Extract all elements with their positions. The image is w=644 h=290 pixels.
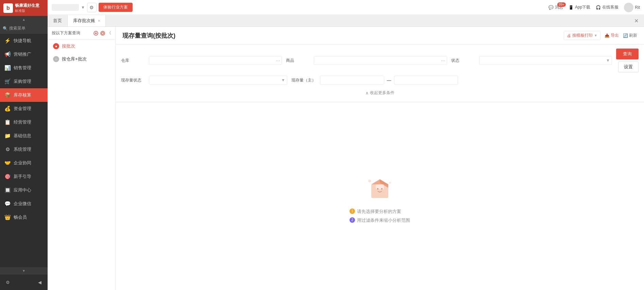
goods-filter-label: 商品	[286, 58, 310, 64]
tab-inventory-batch-label: 库存批次账	[73, 18, 95, 24]
svg-point-9	[377, 188, 378, 189]
scheme-by-warehouse-batch[interactable]: ○ 按仓库+批次	[48, 53, 115, 66]
sidebar-scroll-up[interactable]: ▲	[0, 16, 48, 23]
warehouse-input-wrap: ···	[149, 56, 282, 65]
settings-button[interactable]: 设置	[618, 61, 639, 72]
query-button[interactable]: 查询	[616, 49, 639, 59]
empty-tip-2: 2 用过滤条件来缩小分析范围	[350, 217, 410, 223]
status-select-wrap: ▼	[479, 56, 612, 65]
print-btn-label: 按模板打印	[572, 33, 593, 38]
user-menu[interactable]: Rit	[624, 3, 640, 12]
filter-actions: 查询 设置	[616, 49, 639, 72]
sidebar-item-label: 采购管理	[14, 78, 31, 85]
gear-button[interactable]: ⚙	[87, 3, 97, 12]
warehouse-input[interactable]	[149, 56, 282, 65]
sales-icon: 📊	[4, 65, 11, 71]
basic-icon: 📁	[4, 132, 11, 139]
sidebar-item-basic[interactable]: 📁 基础信息	[0, 129, 48, 143]
page-title: 现存量查询(按批次)	[122, 32, 175, 40]
empty-state: 1 请先选择要分析的方案 2 用过滤条件来缩小分析范围	[116, 102, 644, 290]
right-panel: 现存量查询(按批次) 🖨 按模板打印 ▼ 📤 导出 🔄 刷新	[116, 27, 644, 290]
sidebar-item-newbie[interactable]: 🎯 新手引导	[0, 170, 48, 183]
sidebar-item-sales[interactable]: 📊 销售管理	[0, 61, 48, 75]
plus-icon	[94, 31, 98, 36]
sidebar-settings-btn[interactable]: ⚙	[3, 277, 13, 287]
sidebar-item-apps[interactable]: 🔲 应用中心	[0, 183, 48, 197]
printer-icon: 🖨	[567, 33, 571, 38]
tab-home-label: 首页	[53, 18, 62, 24]
online-service-btn[interactable]: 🎧 在线客服	[596, 4, 618, 10]
enterprise-icon: 🤝	[4, 160, 11, 166]
sidebar-item-inventory[interactable]: 📦 库存核算	[0, 88, 48, 102]
sidebar-item-finance[interactable]: 💰 资金管理	[0, 102, 48, 115]
goods-input[interactable]	[314, 56, 447, 65]
inventory-status-select[interactable]	[149, 76, 287, 85]
tab-close-icon[interactable]: ×	[98, 19, 100, 23]
tab-inventory-batch[interactable]: 库存批次账 ×	[68, 15, 106, 26]
tab-home[interactable]: 首页	[48, 15, 68, 26]
app-download-label: App下载	[575, 4, 590, 10]
online-service-label: 在线客服	[602, 4, 618, 10]
export-btn[interactable]: 📤 导出	[605, 33, 619, 38]
panel-close-button[interactable]: ✕	[631, 16, 641, 25]
scheme-by-batch[interactable]: ● 按批次	[48, 40, 115, 53]
sidebar-nav: ⚡ 快捷导航 📢 营销推广 📊 销售管理 🛒 采购管理 📦 库存核算 💰 资金管…	[0, 34, 48, 267]
print-template-btn[interactable]: 🖨 按模板打印 ▼	[564, 31, 600, 40]
status-filter-label: 状态	[451, 58, 475, 64]
collapse-more-btn[interactable]: ∧ 收起更多条件	[121, 88, 639, 98]
tip-2-text: 用过滤条件来缩小分析范围	[357, 217, 410, 223]
warehouse-more-icon[interactable]: ···	[276, 58, 280, 63]
sidebar-search[interactable]: 🔍 搜索菜单	[0, 23, 48, 34]
tip-2-num: 2	[350, 217, 355, 223]
newbie-icon: 🎯	[4, 173, 11, 180]
quantity-from-input[interactable]	[320, 76, 384, 85]
svg-point-10	[381, 188, 383, 189]
sidebar-item-purchase[interactable]: 🛒 采购管理	[0, 75, 48, 88]
goods-more-icon[interactable]: ···	[441, 58, 445, 63]
breadcrumb-chevron-icon[interactable]: ▼	[81, 5, 85, 10]
filter-row-2: 现存量状态 ▼ 现存量（主） —	[121, 76, 639, 85]
sidebar-collapse-btn[interactable]: ◀	[35, 277, 45, 287]
scheme-settings-btn[interactable]	[100, 31, 105, 36]
sidebar-search-label: 搜索菜单	[9, 25, 26, 31]
status-select[interactable]	[479, 56, 612, 65]
refresh-btn[interactable]: 🔄 刷新	[623, 33, 637, 38]
scheme-inactive-icon: ○	[53, 56, 59, 62]
sidebar-item-enterprise[interactable]: 🤝 企业协同	[0, 156, 48, 170]
inventory-icon: 📦	[4, 92, 11, 98]
app-logo: b	[3, 3, 13, 13]
breadcrumb-input[interactable]	[52, 4, 79, 11]
sidebar-item-system[interactable]: ⚙ 系统管理	[0, 143, 48, 156]
sidebar-item-wechat[interactable]: 💬 企业微信	[0, 197, 48, 211]
sidebar-item-quick-nav[interactable]: ⚡ 快捷导航	[0, 34, 48, 48]
quantity-filter-label: 现存量（主）	[291, 77, 316, 83]
sidebar-item-operation[interactable]: 📋 经营管理	[0, 115, 48, 129]
left-panel-collapse-btn[interactable]: 《	[107, 30, 111, 36]
sidebar-item-marketing[interactable]: 📢 营销推广	[0, 48, 48, 61]
empty-svg	[363, 169, 397, 203]
trial-industry-button[interactable]: 体验行业方案	[99, 3, 133, 12]
messages-btn[interactable]: 💬 消息 99+	[548, 4, 563, 10]
collapse-icon: ◀	[38, 280, 41, 285]
sidebar-footer: ⚙ ◀	[0, 274, 48, 290]
user-name: Rit	[635, 5, 640, 10]
message-badge: 99+	[557, 2, 566, 7]
sidebar-item-label: 销售管理	[14, 65, 31, 71]
sidebar-item-label: 企业协同	[14, 160, 31, 166]
left-panel: 按以下方案查询 《	[48, 27, 116, 290]
quantity-filter-wrap: —	[320, 76, 458, 85]
empty-tips: 1 请先选择要分析的方案 2 用过滤条件来缩小分析范围	[350, 209, 410, 223]
add-scheme-btn[interactable]	[94, 31, 98, 36]
app-download-btn[interactable]: 📱 App下载	[569, 4, 590, 10]
quantity-to-input[interactable]	[394, 76, 458, 85]
left-panel-icons: 《	[94, 30, 111, 36]
top-bar-right: 💬 消息 99+ 📱 App下载 🎧 在线客服 Rit	[548, 3, 640, 12]
content-area: 按以下方案查询 《	[48, 27, 644, 290]
search-icon: 🔍	[3, 26, 8, 31]
sidebar-item-member[interactable]: 👑 畅会员	[0, 211, 48, 224]
edition-label: 标准版	[15, 8, 39, 13]
scheme-by-warehouse-batch-label: 按仓库+批次	[62, 56, 87, 62]
sidebar-scroll-down[interactable]: ▼	[0, 267, 48, 274]
left-panel-header: 按以下方案查询 《	[48, 27, 115, 40]
svg-rect-8	[376, 184, 384, 189]
